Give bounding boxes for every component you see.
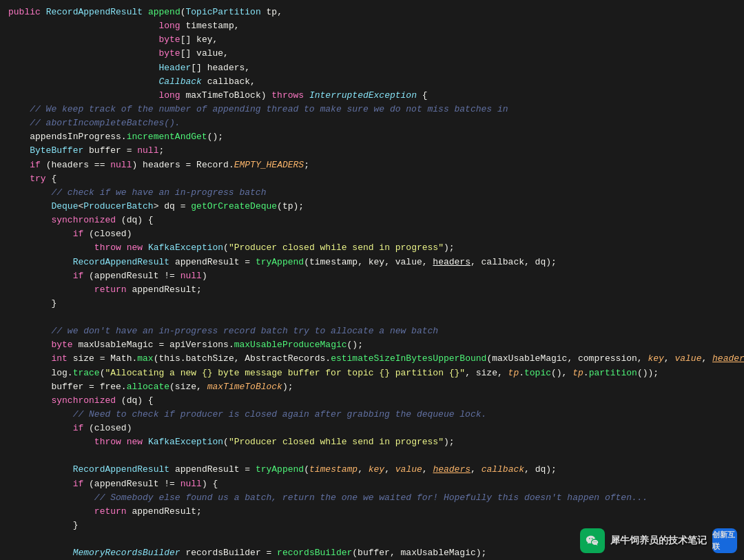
wechat-icon — [580, 528, 605, 553]
watermark-label: 犀牛饲养员的技术笔记 — [610, 533, 707, 548]
code-line: synchronized (dq) { — [0, 214, 744, 227]
code-line: if (appendResult != null) { — [0, 477, 744, 491]
code-line: if (appendResult != null) — [0, 269, 744, 283]
code-line: } — [0, 297, 744, 311]
code-line: ByteBuffer buffer = null; — [0, 144, 744, 158]
code-line: if (closed) — [0, 227, 744, 241]
code-line: log.trace("Allocating a new {} byte mess… — [0, 366, 744, 380]
brand-icon: 创新互联 — [712, 528, 737, 553]
code-line: // check if we have an in-progress batch — [0, 186, 744, 200]
code-line: throw new KafkaException("Producer close… — [0, 435, 744, 449]
code-line: // Somebody else found us a batch, retur… — [0, 491, 744, 505]
code-line: Header[] headers, — [0, 61, 744, 75]
code-line: appendsInProgress.incrementAndGet(); — [0, 130, 744, 144]
code-line: return appendResult; — [0, 283, 744, 297]
code-line: Deque<ProducerBatch> dq = getOrCreateDeq… — [0, 200, 744, 214]
code-line: long timestamp, — [0, 19, 744, 33]
code-line: return appendResult; — [0, 505, 744, 519]
code-line: byte[] value, — [0, 47, 744, 61]
code-container: public RecordAppendResult append(TopicPa… — [0, 0, 744, 560]
brand-label: 创新互联 — [712, 529, 737, 552]
code-line — [0, 449, 744, 463]
code-line: Callback callback, — [0, 75, 744, 89]
code-line: try { — [0, 172, 744, 186]
code-line: // abortIncompleteBatches(). — [0, 116, 744, 130]
code-line: public RecordAppendResult append(TopicPa… — [0, 6, 744, 19]
code-line: int size = Math.max(this.batchSize, Abst… — [0, 352, 744, 366]
code-line: RecordAppendResult appendResult = tryApp… — [0, 256, 744, 269]
code-line — [0, 311, 744, 324]
code-line: byte[] key, — [0, 33, 744, 47]
code-line: buffer = free.allocate(size, maxTimeToBl… — [0, 380, 744, 394]
code-line: RecordAppendResult appendResult = tryApp… — [0, 463, 744, 477]
code-line: // we don't have an in-progress record b… — [0, 324, 744, 338]
code-line: // Need to check if producer is closed a… — [0, 408, 744, 422]
code-line: if (closed) — [0, 422, 744, 435]
code-line: long maxTimeToBlock) throws InterruptedE… — [0, 89, 744, 103]
watermark: 犀牛饲养员的技术笔记 创新互联 — [580, 528, 737, 553]
code-line: throw new KafkaException("Producer close… — [0, 241, 744, 255]
code-line: synchronized (dq) { — [0, 394, 744, 408]
code-line: // We keep track of the number of append… — [0, 103, 744, 116]
code-line: byte maxUsableMagic = apiVersions.maxUsa… — [0, 338, 744, 352]
code-line: if (headers == null) headers = Record.EM… — [0, 158, 744, 172]
